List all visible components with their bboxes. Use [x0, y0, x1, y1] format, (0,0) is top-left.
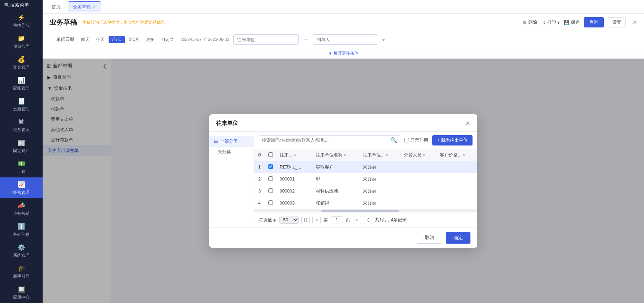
pill-today[interactable]: 今天: [93, 36, 107, 43]
dialog-close-button[interactable]: ✕: [465, 120, 470, 127]
sort-price[interactable]: 客户价格... ⇅: [440, 152, 474, 158]
sidebar-logo[interactable]: 🔍 搜索菜单: [0, 0, 43, 10]
sidebar-item-receivable[interactable]: 📊 应账管理: [0, 73, 43, 94]
pill-more[interactable]: 更多: [143, 36, 157, 43]
sort-manager[interactable]: 分管人员 ⇅: [404, 152, 433, 158]
sidebar-item-tax[interactable]: 🏛 税务管理: [0, 115, 43, 136]
save-button[interactable]: 💾 保存: [564, 19, 580, 25]
table-scroll[interactable]: ⚙ 往来... ⇅: [254, 149, 477, 209]
row-checkbox[interactable]: [265, 161, 276, 173]
th-code[interactable]: 往来... ⇅: [276, 149, 312, 161]
pill-7days[interactable]: 近7天: [109, 36, 125, 43]
sidebar-item-quick-nav[interactable]: ⚡ 快捷导航: [0, 10, 43, 31]
sidebar-item-salary[interactable]: 💵 工资: [0, 156, 43, 177]
ops-icon: 📈: [18, 181, 25, 188]
row-select-checkbox[interactable]: [268, 188, 273, 193]
app-center-icon: 🔲: [18, 285, 25, 293]
row-name: 张销得: [312, 197, 360, 209]
cat-unclassified[interactable]: 未分类: [209, 147, 254, 157]
row-checkbox[interactable]: [265, 185, 276, 197]
last-page-button[interactable]: ⟩⟩: [364, 216, 372, 224]
row-category: 未分类: [359, 173, 400, 185]
sidebar-item-project[interactable]: 📁 项目合同: [0, 31, 43, 52]
th-checkbox[interactable]: [265, 149, 276, 161]
th-category[interactable]: 往来单位... ⇅: [359, 149, 400, 161]
sidebar: 🔍 搜索菜单 ⚡ 快捷导航 📁 项目合同 💰 资金管理 📊 应账管理 🧾 发票管…: [0, 0, 43, 303]
unit-input[interactable]: [233, 34, 299, 45]
row-select-checkbox[interactable]: [268, 200, 273, 205]
scroll-thumb[interactable]: [321, 210, 399, 212]
row-select-checkbox[interactable]: [268, 164, 273, 169]
receivable-icon: 📊: [18, 77, 25, 84]
page-number-input[interactable]: [331, 216, 343, 223]
search-input[interactable]: [262, 138, 388, 143]
table-row[interactable]: 1 RETAIL_... 零散客户 未分类: [254, 161, 477, 173]
row-checkbox[interactable]: [265, 173, 276, 185]
pill-1month[interactable]: 近1月: [126, 36, 142, 43]
sidebar-item-ops[interactable]: 📈 经营管理: [0, 177, 43, 198]
save-label: 保存: [571, 19, 580, 25]
dialog-body: ⊞ 全部分类 未分类 🔍: [209, 132, 477, 228]
select-all-checkbox[interactable]: [268, 152, 273, 157]
sidebar-item-label: 资金管理: [13, 65, 30, 70]
horizontal-scrollbar[interactable]: [254, 209, 477, 212]
tab-close-icon[interactable]: ✕: [93, 5, 96, 9]
per-page-select[interactable]: 50 100: [279, 216, 299, 224]
page-title: 业务草稿: [49, 18, 77, 27]
delete-button[interactable]: 🗑 删除: [522, 19, 537, 25]
sidebar-item-basic-info[interactable]: ℹ️ 基础信息: [0, 219, 43, 240]
sidebar-item-sys-mgmt[interactable]: ⚙️ 系统管理: [0, 240, 43, 261]
cat-all[interactable]: ⊞ 全部分类: [209, 136, 254, 147]
search-icon: 🔍: [390, 137, 397, 143]
row-num: 3: [254, 185, 265, 197]
pill-custom[interactable]: 自定义: [158, 36, 176, 43]
close-button[interactable]: ✕: [633, 19, 637, 26]
sidebar-item-marketing[interactable]: 📣 小畅营销: [0, 198, 43, 219]
sidebar-item-invoice[interactable]: 🧾 发票管理: [0, 94, 43, 115]
dialog-footer: 取消 确定: [209, 228, 477, 248]
sort-category[interactable]: 往来单位... ⇅: [363, 152, 397, 158]
first-page-button[interactable]: ⟨⟨: [301, 216, 310, 224]
sidebar-item-label: 应用中心: [13, 294, 30, 300]
sort-name[interactable]: 往来单位名称 ⇅: [316, 152, 356, 158]
row-select-checkbox[interactable]: [268, 176, 273, 181]
table-row[interactable]: 2 000001 甲 未分类: [254, 173, 477, 185]
sort-code[interactable]: 往来... ⇅: [280, 152, 309, 158]
print-label: 打印: [547, 19, 556, 25]
query-button[interactable]: 查询: [584, 17, 604, 27]
cancel-button[interactable]: 取消: [417, 232, 442, 244]
table-row[interactable]: 4 000003 张销得 未分类: [254, 197, 477, 209]
expand-button[interactable]: ▼ 展开更多条件: [328, 50, 358, 56]
add-partner-button[interactable]: + 新增往来单位: [432, 135, 473, 145]
th-settings[interactable]: ⚙: [254, 149, 265, 161]
sidebar-item-label: 固定资产: [13, 148, 30, 154]
disabled-checkbox[interactable]: [404, 138, 409, 142]
tab-draft[interactable]: 业务草稿 ✕: [68, 1, 101, 12]
row-price: [436, 185, 477, 197]
row-checkbox[interactable]: [265, 197, 276, 209]
row-manager: [400, 173, 436, 185]
pill-yesterday[interactable]: 昨天: [78, 36, 92, 43]
th-price[interactable]: 客户价格... ⇅: [436, 149, 477, 161]
per-page-label: 每页显示: [259, 217, 277, 223]
show-disabled-checkbox[interactable]: 显示停用: [404, 137, 428, 143]
invoice-icon: 🧾: [18, 97, 25, 105]
confirm-button[interactable]: 确定: [446, 232, 470, 244]
tab-home[interactable]: 首页: [47, 1, 65, 12]
sidebar-item-finance[interactable]: 💰 资金管理: [0, 52, 43, 73]
th-name[interactable]: 往来单位名称 ⇅: [312, 149, 360, 161]
sidebar-item-fixed-asset[interactable]: 🏢 固定资产: [0, 136, 43, 156]
next-page-button[interactable]: ＞: [353, 216, 361, 224]
sort-icon3: ⇅: [386, 153, 388, 157]
marketing-icon: 📣: [18, 202, 25, 209]
th-manager[interactable]: 分管人员 ⇅: [400, 149, 436, 161]
data-table: ⚙ 往来... ⇅: [254, 149, 477, 209]
maker-input[interactable]: [313, 34, 378, 45]
settings-button[interactable]: 设置: [608, 17, 626, 27]
table-row[interactable]: 3 000002 材料供应商 未分类: [254, 185, 477, 197]
print-button[interactable]: 🖨 打印 ▾: [541, 19, 560, 25]
prev-page-button[interactable]: ＜: [312, 216, 321, 224]
sidebar-item-new-guide[interactable]: 🎓 新手引导: [0, 261, 43, 282]
sidebar-item-app-center[interactable]: 🔲 应用中心: [0, 282, 43, 303]
modal-overlay: 往来单位 ✕ ⊞ 全部分类 未分类: [43, 59, 644, 303]
